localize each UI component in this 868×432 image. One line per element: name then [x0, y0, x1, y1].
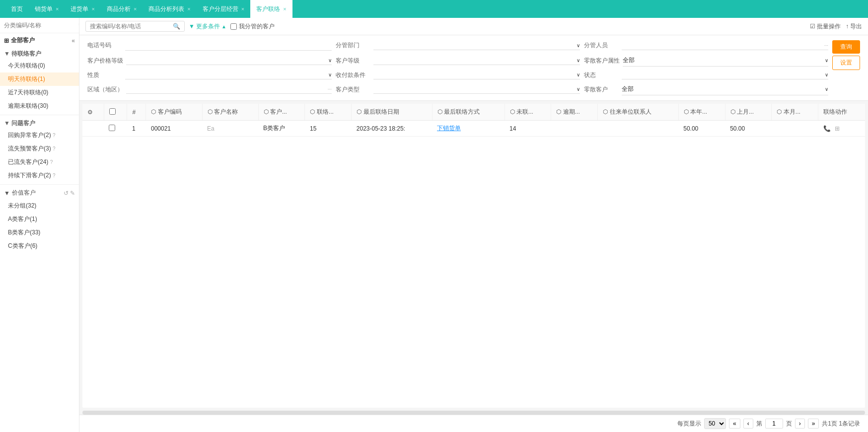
close-customer-contact[interactable]: ×: [283, 6, 286, 12]
last-page-btn[interactable]: »: [808, 419, 819, 429]
sidebar-item-overdue[interactable]: 逾期未联络(30): [0, 99, 79, 113]
sidebar-search-input[interactable]: [4, 22, 78, 29]
filter-person-select[interactable]: ···: [622, 41, 828, 50]
settings-button[interactable]: 设置: [832, 56, 860, 70]
sidebar-item-tomorrow[interactable]: 明天待联络(1): [0, 72, 79, 86]
filter-retail-attr-select[interactable]: 全部 ∨: [623, 55, 828, 67]
query-button[interactable]: 查询: [832, 40, 860, 54]
divider-1: [0, 115, 79, 115]
nav-product-analysis-list[interactable]: 商品分析列表 ×: [143, 0, 196, 18]
filter-status-select[interactable]: ∨: [622, 71, 828, 79]
edit-value-icon[interactable]: ✎: [70, 190, 75, 197]
chevron-up-icon: ▲: [221, 24, 226, 29]
nav-customer-contact[interactable]: 客户联络 ×: [250, 0, 292, 18]
col-this-month: ⬡ 本月...: [772, 104, 818, 121]
close-sales-order[interactable]: ×: [56, 6, 59, 12]
filter-price-level-select[interactable]: ∨: [126, 56, 332, 65]
filter-nature: 性质 ∨: [87, 71, 332, 79]
value-group-header: ▼ 价值客户 ↺ ✎: [0, 187, 79, 199]
cell-settings: [82, 121, 104, 137]
batch-op-checkbox-icon: ☑: [810, 23, 815, 30]
filter-customer-level-select[interactable]: ∨: [373, 56, 580, 65]
nav-home[interactable]: 首页: [5, 0, 29, 18]
cell-overdue: [551, 121, 598, 137]
page-size-select[interactable]: 50: [704, 418, 726, 429]
filter-icon: ▼: [189, 23, 195, 30]
phone-action-icon[interactable]: 📞: [823, 125, 831, 132]
filter-customer-level: 客户等级 ∨: [336, 56, 580, 65]
col-settings[interactable]: ⚙: [82, 104, 104, 121]
filter-payment: 收付款条件 ∨: [336, 71, 580, 79]
first-page-btn[interactable]: «: [729, 419, 740, 429]
table-row: 1 000021 Ea B类客户 15 2023-05-23 18:25: 下销…: [82, 121, 865, 137]
my-customers-checkbox[interactable]: [230, 23, 237, 30]
filter-nature-select[interactable]: ∨: [125, 71, 332, 79]
more-filters-btn[interactable]: ▼ 更多条件 ▲: [189, 22, 226, 31]
close-purchase-order[interactable]: ×: [91, 6, 94, 12]
table-footer: 每页显示 50 « ‹ 第 页 › » 共1页 1条记录: [79, 415, 868, 432]
close-product-analysis[interactable]: ×: [134, 6, 137, 12]
nav-product-analysis[interactable]: 商品分析 ×: [101, 0, 143, 18]
collapse-pending-icon[interactable]: ▼: [4, 50, 10, 57]
row-checkbox[interactable]: [109, 125, 115, 131]
col-last-date: ⬡ 最后联络日期: [352, 104, 432, 121]
filter-phone-input[interactable]: [125, 40, 332, 51]
collapse-sidebar-icon[interactable]: «: [72, 37, 75, 44]
nav-purchase-order[interactable]: 进货单 ×: [65, 0, 100, 18]
main-search-icon[interactable]: 🔍: [173, 23, 180, 30]
collapse-problem-icon[interactable]: ▼: [4, 120, 10, 127]
close-customer-tier[interactable]: ×: [241, 6, 244, 12]
person-ellipsis-icon: ···: [824, 43, 828, 48]
export-btn[interactable]: ↑ 导出: [846, 22, 862, 31]
filter-row-3: 性质 ∨ 收付款条件 ∨: [87, 71, 828, 79]
cell-name[interactable]: Ea: [202, 121, 258, 137]
select-all-checkbox[interactable]: [109, 108, 116, 115]
filter-retail-customer: 零散客户 全部 ∨: [584, 83, 828, 95]
cell-checkbox: [104, 121, 127, 137]
sidebar-item-c-class[interactable]: C类客户(6): [0, 239, 79, 253]
cell-actions: 📞 ⊞: [818, 121, 865, 137]
sidebar-item-churned[interactable]: 已流失客户(24) ?: [0, 155, 79, 169]
collapse-value-icon[interactable]: ▼: [4, 190, 10, 197]
filter-customer-type: 客户类型 ∨: [336, 85, 580, 94]
retail-customer-chevron-icon: ∨: [825, 86, 828, 92]
filter-dept: 分管部门 ∨: [336, 41, 580, 50]
sidebar-item-a-class[interactable]: A类客户(1): [0, 213, 79, 226]
next-page-btn[interactable]: ›: [795, 419, 805, 429]
grid-action-icon[interactable]: ⊞: [835, 125, 840, 132]
cell-not-contacted: 14: [505, 121, 551, 137]
sidebar-item-declining[interactable]: 持续下滑客户(2) ?: [0, 169, 79, 182]
sidebar-item-churn-warning[interactable]: 流失预警客户(3) ?: [0, 142, 79, 155]
cell-last-method[interactable]: 下销货单: [432, 121, 505, 137]
col-type: ⬡ 客户...: [258, 104, 305, 121]
page-number-input[interactable]: [765, 419, 783, 429]
close-product-analysis-list[interactable]: ×: [187, 6, 190, 12]
col-code: ⬡ 客户编码: [146, 104, 202, 121]
filter-dept-select[interactable]: ∨: [373, 41, 580, 50]
filter-customer-type-select[interactable]: ∨: [373, 85, 580, 94]
horizontal-scrollbar[interactable]: [82, 411, 865, 415]
grid-icon: ⊞: [4, 37, 9, 44]
filter-phone: 电话号码: [87, 40, 332, 51]
filter-retail-customer-select[interactable]: 全部 ∨: [622, 83, 828, 95]
sidebar-item-b-class[interactable]: B类客户(33): [0, 226, 79, 239]
customer-level-chevron-icon: ∨: [577, 58, 580, 63]
main-search-input[interactable]: [90, 23, 173, 30]
search-bar: 🔍 ▼ 更多条件 ▲ 我分管的客户 ☑ 批量操作 ↑ 导出: [79, 18, 868, 35]
filter-payment-select[interactable]: ∨: [373, 71, 580, 79]
sidebar-item-7days[interactable]: 近7天待联络(0): [0, 86, 79, 99]
prev-page-btn[interactable]: ‹: [743, 419, 753, 429]
nav-customer-tier[interactable]: 客户分层经营 ×: [197, 0, 250, 18]
sidebar-all-customers[interactable]: ⊞ 全部客户 «: [0, 33, 79, 48]
col-index: #: [127, 104, 146, 121]
cell-this-year: 50.00: [678, 121, 725, 137]
filter-region-select[interactable]: ···: [126, 85, 332, 94]
sidebar-item-today[interactable]: 今天待联络(0): [0, 59, 79, 72]
batch-op-btn[interactable]: ☑ 批量操作: [810, 22, 841, 31]
sidebar-item-repurchase[interactable]: 回购异常客户(2) ?: [0, 129, 79, 142]
sidebar-search-wrap: 🔍: [0, 18, 79, 33]
refresh-value-icon[interactable]: ↺: [64, 190, 69, 197]
sidebar-item-ungrouped[interactable]: 未分组(32): [0, 199, 79, 213]
nav-sales-order[interactable]: 销货单 ×: [29, 0, 65, 18]
filter-buttons: 查询 设置: [832, 40, 860, 95]
